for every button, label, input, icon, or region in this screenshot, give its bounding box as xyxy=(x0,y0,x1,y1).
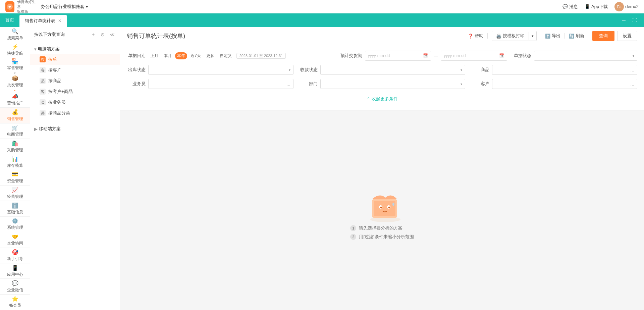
tab-minimize-btn[interactable]: ─ xyxy=(620,16,628,24)
filter-row-1: 单据日期 上月 本月 本年 近7天 更多 自定义 2023-01-01 至 20… xyxy=(127,51,637,61)
date-btn-more[interactable]: 更多 xyxy=(204,52,216,59)
sidebar-item-ecom-mgmt[interactable]: 🛒 电商管理 xyxy=(0,123,30,139)
date-btn-last-month[interactable]: 上月 xyxy=(148,52,160,59)
dept-select[interactable]: ▾ xyxy=(320,79,466,89)
filter-group-salesman: 业务员 ... xyxy=(127,79,293,89)
tab-close-icon[interactable]: ✕ xyxy=(58,18,61,23)
salesman-input[interactable]: ... xyxy=(148,79,293,89)
header-right: 💬 消息 📱 App下载 Ea demo2 xyxy=(562,2,639,11)
sidebar-item-sales-mgmt[interactable]: 💰 销售管理 xyxy=(0,108,30,123)
export-icon: ⬆️ xyxy=(545,34,550,39)
sidebar-item-inventory[interactable]: 📊 库存核算 xyxy=(0,154,30,170)
avatar: Ea xyxy=(614,2,624,11)
customer-input[interactable]: ... xyxy=(492,79,637,89)
plan-item-by-category[interactable]: 类 按商品分类 xyxy=(30,108,120,118)
empty-illustration xyxy=(362,181,402,221)
add-plan-btn[interactable]: ＋ xyxy=(90,31,97,38)
sidebar-item-app-center[interactable]: 📱 应用中心 xyxy=(0,263,30,279)
sidebar-item-quick-nav[interactable]: ⚡ 快捷导航 xyxy=(0,42,30,58)
product-input[interactable]: ... xyxy=(492,65,637,75)
date-separator: — xyxy=(434,53,438,58)
divider1 xyxy=(487,33,488,39)
payment-status-label: 收款状态 xyxy=(299,67,318,73)
hint-num-1: 1 xyxy=(350,225,356,231)
sidebar-item-wholesale-mgmt[interactable]: 📦 批发管理 ▴ xyxy=(0,75,30,92)
collapse-up-icon: ⌃ xyxy=(367,97,370,102)
sidebar-item-new-guide[interactable]: 🎯 新手引导 xyxy=(0,248,30,263)
sidebar-item-search-menu[interactable]: 🔍 搜索菜单 xyxy=(0,27,30,42)
sidebar-item-finance-mgmt[interactable]: 💳 资金管理 xyxy=(0,170,30,186)
filter-group-date: 单据日期 上月 本月 本年 近7天 更多 自定义 2023-01-01 至 20… xyxy=(127,52,335,59)
sidebar-item-sys-mgmt[interactable]: ⚙️ 系统管理 xyxy=(0,217,30,232)
sidebar-item-member[interactable]: ⭐ 畅会员 xyxy=(0,295,30,310)
plan-item-by-salesman[interactable]: 员 按业务员 xyxy=(30,97,120,108)
query-button[interactable]: 查询 xyxy=(592,31,614,41)
expected-date-end[interactable]: yyyy-mm-dd 📅 xyxy=(441,51,507,61)
query-actions: 查询 设置 xyxy=(592,31,637,41)
date-hint-text: 2023-01-01 至 2023-12-31 xyxy=(236,53,286,59)
date-btn-7days[interactable]: 近7天 xyxy=(189,52,203,59)
app-download-btn[interactable]: 📱 App下载 xyxy=(585,4,608,10)
print-dropdown-btn[interactable]: ▾ xyxy=(529,32,536,40)
print-btn[interactable]: 🖨️ 按模板打印 xyxy=(492,31,529,41)
ecom-icon: 🛒 xyxy=(12,124,18,131)
plan-item-by-customer[interactable]: 客 按客户 xyxy=(30,65,120,75)
sidebar-item-purchase-mgmt[interactable]: 🛍️ 采购管理 xyxy=(0,139,30,154)
date-btn-this-year[interactable]: 本年 xyxy=(175,52,187,59)
page-title: 销售订单统计表(按单) xyxy=(127,32,468,40)
tab-sales-stat[interactable]: 销售订单统计表 ✕ xyxy=(19,15,67,27)
arrow-down-icon: ▾ xyxy=(14,71,16,75)
date-quick-btns: 上月 本月 本年 近7天 更多 自定义 xyxy=(148,52,234,59)
divider3 xyxy=(565,33,565,39)
empty-text: 1 请先选择要分析的方案 2 用[过滤]条件来缩小分析范围 xyxy=(350,225,414,240)
svg-point-6 xyxy=(380,206,382,208)
tab-maximize-btn[interactable]: ⛶ xyxy=(631,16,639,24)
pc-plan-section-title[interactable]: ▾ 电脑端方案 xyxy=(30,44,120,54)
left-panel-header: 按以下方案查询 ＋ ⊙ ≪ xyxy=(30,27,120,41)
plan-icon-by-customer: 客 xyxy=(40,67,46,73)
customer-label: 客户 xyxy=(471,81,489,87)
sys-icon: ⚙️ xyxy=(12,218,18,224)
dept-label: 部门 xyxy=(299,81,318,87)
product-dots-icon: ... xyxy=(630,67,634,72)
help-btn[interactable]: ❓ 帮助 xyxy=(468,33,483,39)
status-select[interactable]: ▾ xyxy=(534,51,638,61)
wholesale-icon: 📦 xyxy=(12,75,18,82)
logo-area: 畅捷通好生意 标准版 xyxy=(5,0,36,14)
plan-item-by-product[interactable]: 品 按商品 xyxy=(30,75,120,86)
salesman-label: 业务员 xyxy=(127,81,146,87)
date-btn-custom[interactable]: 自定义 xyxy=(218,52,234,59)
plan-item-by-order[interactable]: 按 按单 xyxy=(30,54,120,65)
collapse-panel-btn[interactable]: ≪ xyxy=(108,31,116,38)
refresh-btn[interactable]: 🔄 刷新 xyxy=(569,33,584,39)
payment-status-arrow-icon: ▾ xyxy=(461,68,462,72)
tab-home[interactable]: 首页 xyxy=(0,13,19,27)
setting-button[interactable]: 设置 xyxy=(617,31,637,41)
expected-date-start[interactable]: yyyy-mm-dd 📅 xyxy=(365,51,431,61)
plan-item-by-cust-prod[interactable]: 客 按客户+商品 xyxy=(30,86,120,97)
sidebar-item-corp-wechat[interactable]: 💬 企业微信 xyxy=(0,279,30,294)
sidebar-item-marketing[interactable]: 📣 营销推广 xyxy=(0,92,30,108)
filter-group-product: 商品 ... xyxy=(471,65,637,75)
message-btn[interactable]: 💬 消息 xyxy=(562,4,578,10)
plan-icon-by-order: 按 xyxy=(40,56,46,62)
out-status-select[interactable]: ▾ xyxy=(148,65,293,75)
date-btn-this-month[interactable]: 本月 xyxy=(162,52,174,59)
collapse-filters-btn[interactable]: ⌃ 收起更多条件 xyxy=(127,93,637,105)
user-menu[interactable]: Ea demo2 xyxy=(614,2,639,11)
sidebar-item-ops-mgmt[interactable]: 📈 经营管理 xyxy=(0,186,30,201)
payment-status-select[interactable]: ▾ xyxy=(320,65,466,75)
filter-area: 单据日期 上月 本月 本年 近7天 更多 自定义 2023-01-01 至 20… xyxy=(120,45,644,110)
sidebar-item-basic-info[interactable]: ℹ️ 基础信息 xyxy=(0,201,30,216)
settings-plan-btn[interactable]: ⊙ xyxy=(99,31,106,38)
status-label: 单据状态 xyxy=(513,53,531,59)
mobile-plan-section-title[interactable]: ▶ 移动端方案 xyxy=(30,124,120,134)
company-dropdown[interactable]: 办公用品行业模拟账套 ▾ xyxy=(41,4,88,10)
sidebar-item-retail-mgmt[interactable]: 🏪 零售管理 ▾ xyxy=(0,58,30,75)
filter-row-3: 业务员 ... 部门 ▾ 客户 xyxy=(127,79,637,89)
sidebar-item-corp-collab[interactable]: 🤝 企业协同 xyxy=(0,232,30,248)
print-icon: 🖨️ xyxy=(496,34,501,39)
refresh-icon: 🔄 xyxy=(569,34,574,39)
tab-bar: 首页 销售订单统计表 ✕ ─ ⛶ xyxy=(0,13,644,27)
export-btn[interactable]: ⬆️ 导出 xyxy=(545,33,560,39)
